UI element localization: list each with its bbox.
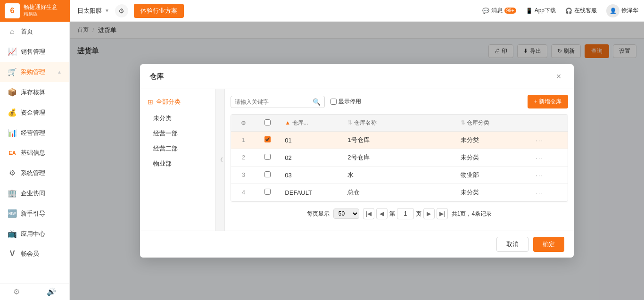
store-selector[interactable]: 日太阳膜 ▼ <box>77 7 109 15</box>
row-checkbox-cell[interactable] <box>256 132 279 149</box>
first-page-btn[interactable]: |◀ <box>363 208 374 219</box>
per-page-label: 每页显示 <box>307 210 330 218</box>
table-panel: 🔍 显示停用 + 新增仓库 <box>225 89 574 231</box>
sidebar-item-basic[interactable]: EA 基础信息 <box>0 143 69 163</box>
per-page-select[interactable]: 50 20 100 <box>333 208 359 219</box>
category-panel: ⊞ 全部分类 未分类 经营一部 经营二部 <box>140 89 215 231</box>
row-code: 01 <box>279 132 342 149</box>
row-code: 02 <box>279 149 342 167</box>
category-item-0[interactable]: 未分类 <box>140 111 215 126</box>
col-select-all[interactable] <box>256 115 279 132</box>
col-code-label: 仓库... <box>292 119 308 126</box>
row-checkbox-cell[interactable] <box>256 184 279 201</box>
row-action-dots[interactable]: ··· <box>536 189 544 196</box>
show-disabled-toggle[interactable]: 显示停用 <box>330 98 361 106</box>
sidebar-item-inventory[interactable]: 📦 库存核算 <box>0 82 69 102</box>
sidebar-item-guide[interactable]: 🆕 新手引导 <box>0 203 69 224</box>
all-categories-btn[interactable]: ⊞ 全部分类 <box>140 95 215 109</box>
warehouse-modal: 仓库 × ⊞ 全部分类 未分类 <box>140 64 574 258</box>
col-name-label: 仓库名称 <box>354 119 377 126</box>
row-action-dots[interactable]: ··· <box>536 154 544 161</box>
sidebar-label-member: 畅会员 <box>21 250 39 258</box>
row-code: 03 <box>279 167 342 184</box>
settings-bottom-icon[interactable]: ⚙ <box>13 287 20 296</box>
table-row[interactable]: 3 03 水 物业部 ··· <box>231 167 568 184</box>
row-checkbox[interactable] <box>264 136 271 142</box>
row-action[interactable]: ··· <box>530 149 568 167</box>
row-action[interactable]: ··· <box>530 132 568 149</box>
next-page-btn[interactable]: ▶ <box>423 208 435 219</box>
trial-btn[interactable]: 体验行业方案 <box>134 4 184 18</box>
settings-button[interactable]: ⚙ <box>115 4 128 17</box>
row-checkbox-cell[interactable] <box>256 167 279 184</box>
category-item-1[interactable]: 经营一部 <box>140 126 215 141</box>
sidebar-item-sales[interactable]: 📈 销售管理 <box>0 42 69 62</box>
col-code-header[interactable]: ▲ 仓库... <box>279 115 342 132</box>
row-name: 2号仓库 <box>342 149 454 167</box>
last-page-btn[interactable]: ▶| <box>437 208 448 219</box>
search-icon[interactable]: 🔍 <box>313 98 321 106</box>
app-download-btn[interactable]: 📱 App下载 <box>526 7 556 15</box>
modal-header: 仓库 × <box>140 64 574 89</box>
row-checkbox[interactable] <box>264 154 271 160</box>
row-action[interactable]: ··· <box>530 184 568 201</box>
sidebar-label-enterprise: 企业协同 <box>21 189 45 198</box>
table-toolbar: 🔍 显示停用 + 新增仓库 <box>231 95 568 108</box>
service-btn[interactable]: 🎧 在线客服 <box>565 7 597 15</box>
sidebar-item-member[interactable]: V 畅会员 <box>0 244 69 264</box>
sidebar-item-home[interactable]: ⌂ 首页 <box>0 22 69 42</box>
row-action-dots[interactable]: ··· <box>536 137 544 144</box>
select-all-checkbox[interactable] <box>264 119 271 125</box>
col-category-header[interactable]: ⇅ 仓库分类 <box>455 115 530 132</box>
sidebar-item-finance[interactable]: 💰 资金管理 <box>0 102 69 123</box>
row-checkbox-cell[interactable] <box>256 149 279 167</box>
category-item-2[interactable]: 经营二部 <box>140 141 215 156</box>
logo-area: 6 畅捷通好生意 精易版 <box>0 0 70 22</box>
table-row[interactable]: 2 02 2号仓库 未分类 ··· <box>231 149 568 167</box>
row-checkbox[interactable] <box>264 171 271 177</box>
col-gear[interactable]: ⚙ <box>231 115 256 132</box>
app-name: 畅捷通好生意 <box>24 4 58 11</box>
row-name: 水 <box>342 167 454 184</box>
sidebar-item-enterprise[interactable]: 🏢 企业协同 <box>0 183 69 203</box>
volume-icon[interactable]: 🔊 <box>47 287 56 296</box>
inventory-icon: 📦 <box>8 88 17 97</box>
sidebar-item-apps[interactable]: 📺 应用中心 <box>0 224 69 244</box>
sidebar-item-operation[interactable]: 📊 经营管理 <box>0 123 69 143</box>
sidebar-label-apps: 应用中心 <box>21 230 45 238</box>
modal-footer: 取消 确定 <box>140 231 574 258</box>
finance-icon: 💰 <box>8 108 17 117</box>
search-input[interactable] <box>235 99 313 105</box>
service-label: 在线客服 <box>574 7 597 15</box>
user-menu[interactable]: 👤 徐泽华 <box>606 4 638 17</box>
row-category: 未分类 <box>455 149 530 167</box>
app-download-label: App下载 <box>535 7 556 15</box>
show-disabled-checkbox[interactable] <box>330 99 337 105</box>
modal-title: 仓库 <box>149 72 164 81</box>
gear-header-icon[interactable]: ⚙ <box>241 120 246 126</box>
row-checkbox[interactable] <box>264 189 271 195</box>
modal-close-btn[interactable]: × <box>553 71 564 82</box>
phone-icon: 📱 <box>526 8 533 14</box>
sidebar-item-purchase[interactable]: 🛒 采购管理 ▲ <box>0 62 69 82</box>
table-row[interactable]: 4 DEFAULT 总仓 未分类 ··· <box>231 184 568 201</box>
col-name-header[interactable]: ⇅ 仓库名称 <box>342 115 454 132</box>
username: 徐泽华 <box>621 7 638 15</box>
sidebar-label-basic: 基础信息 <box>21 149 45 157</box>
headphone-icon: 🎧 <box>565 8 572 14</box>
page-input[interactable] <box>397 208 414 219</box>
collapse-category-btn[interactable]: 《 <box>215 89 225 231</box>
prev-page-btn[interactable]: ◀ <box>376 208 388 219</box>
message-btn[interactable]: 💬 消息 99+ <box>482 7 516 15</box>
message-icon: 💬 <box>482 8 489 14</box>
add-warehouse-btn[interactable]: + 新增仓库 <box>528 95 568 108</box>
row-action-dots[interactable]: ··· <box>536 172 544 179</box>
sidebar-label-guide: 新手引导 <box>21 209 45 218</box>
sidebar-item-system[interactable]: ⚙ 系统管理 <box>0 163 69 183</box>
sales-icon: 📈 <box>8 47 17 56</box>
cancel-btn[interactable]: 取消 <box>496 237 528 252</box>
row-action[interactable]: ··· <box>530 167 568 184</box>
confirm-btn[interactable]: 确定 <box>533 237 564 252</box>
category-item-3[interactable]: 物业部 <box>140 156 215 171</box>
table-row[interactable]: 1 01 1号仓库 未分类 ··· <box>231 132 568 149</box>
